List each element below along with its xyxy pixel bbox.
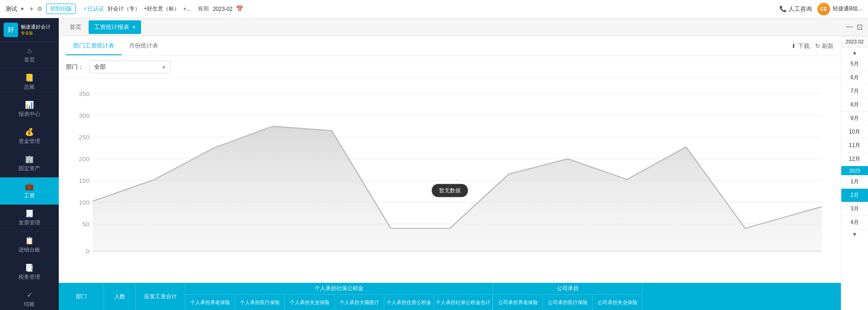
sidebar-item-funds[interactable]: 💰资金管理: [0, 123, 59, 150]
th-personal-housing: 个人承担住房公积金: [384, 295, 434, 310]
sidebar-label-tax: 税务管理: [19, 273, 40, 281]
right-panel-month-6月[interactable]: 6月: [841, 71, 868, 85]
svg-text:0: 0: [86, 248, 90, 254]
table-header: 部门 人数 应发工资合计 个人承担社保公积金: [59, 283, 841, 310]
chart-svg: 350 300 250 200 150 100 50 0: [66, 83, 834, 278]
header-dropdown-icon[interactable]: ▾: [21, 5, 24, 12]
svg-text:50: 50: [82, 221, 90, 227]
right-panel-month-12月[interactable]: 12月: [841, 153, 868, 166]
right-panel-month-4月[interactable]: 4月: [841, 216, 868, 229]
right-panel-month-2月[interactable]: 2月: [841, 189, 868, 202]
sidebar: 好 畅捷通好会计 专业版 ⌂首页📒总账📊报表中心💰资金管理🏢固定资产💼工资🧾发票…: [0, 18, 59, 310]
sidebar-item-checkout[interactable]: ✓结账: [0, 286, 59, 310]
sidebar-item-salary[interactable]: 💼工资: [0, 177, 59, 205]
sidebar-icon-home: ⌂: [27, 47, 32, 55]
chart-container: 350 300 250 200 150 100 50 0: [66, 83, 834, 278]
download-icon: ⬇: [791, 43, 796, 49]
dept-select[interactable]: 全部 ▾: [89, 61, 170, 73]
sidebar-item-invoice[interactable]: 🧾发票管理: [0, 205, 59, 232]
dept-label: 部门：: [66, 63, 84, 71]
right-panel-month-8月[interactable]: 8月: [841, 98, 868, 112]
sub-tabs: 部门工资统计表 月份统计表 ⬇ 下载 ↻ 刷新: [59, 36, 841, 56]
th-personal-medical: 个人承担医疗保险: [235, 295, 285, 310]
top-header: 测试 ▾ + ⚙ 切到旧版 ✓已认证 好会计（专） +好生意（标） +... 账…: [0, 0, 868, 18]
sidebar-label-funds: 资金管理: [19, 138, 40, 145]
sidebar-item-ledger[interactable]: 📒总账: [0, 69, 59, 96]
right-panel-nav-down[interactable]: ▼: [841, 229, 868, 239]
header-consult-btn[interactable]: 📞 人工咨询: [779, 5, 812, 13]
right-panel-month-9月[interactable]: 9月: [841, 112, 868, 125]
th-personal-group: 个人承担社保公积金: [185, 283, 493, 295]
sidebar-label-invoice: 发票管理: [19, 219, 40, 227]
sidebar-item-home[interactable]: ⌂首页: [0, 42, 59, 69]
right-panel-month-11月[interactable]: 11月: [841, 139, 868, 153]
sidebar-label-assets: 固定资产: [19, 165, 40, 172]
right-panel-month-3月[interactable]: 3月: [841, 202, 868, 216]
tab-salary-report[interactable]: 工资统计报表 ×: [89, 20, 141, 34]
toolbar-left: 部门： 全部 ▾: [66, 61, 170, 73]
header-good-accounting: 好会计（专）: [108, 5, 140, 13]
right-panel-month-10月[interactable]: 10月: [841, 125, 868, 139]
sidebar-item-sales[interactable]: 📋进销台账: [0, 232, 59, 259]
svg-text:300: 300: [79, 112, 90, 119]
header-add-btn[interactable]: +: [29, 5, 33, 13]
right-panel-month-7月[interactable]: 7月: [841, 85, 868, 98]
header-period-label: 账期: [198, 5, 209, 13]
tab-bar: 首页 工资统计报表 × — ⊡: [59, 18, 868, 36]
th-personal-cells: 个人承担养老保险 个人承担医疗保险 个人承担失业保险 个人承担大额医疗: [185, 295, 493, 310]
right-panel-month-1月[interactable]: 1月: [841, 175, 868, 189]
header-test-name: 测试: [5, 5, 17, 13]
header-certified: ✓已认证: [83, 5, 104, 13]
header-period-value: 2023-02: [212, 6, 232, 12]
user-label: 轻捷通B组...: [833, 5, 863, 13]
right-panel-month-5月[interactable]: 5月: [841, 57, 868, 71]
sidebar-icon-funds: 💰: [25, 128, 34, 136]
right-panel: 2023.02 ▲ 5月6月7月8月9月10月11月12月 2023 1月2月3…: [841, 36, 868, 310]
dept-toolbar: 部门： 全部 ▾: [59, 56, 841, 78]
sidebar-item-reports[interactable]: 📊报表中心: [0, 96, 59, 123]
sidebar-label-checkout: 结账: [24, 300, 35, 308]
right-panel-nav-up[interactable]: ▲: [841, 48, 868, 57]
sidebar-icon-checkout: ✓: [27, 291, 33, 299]
th-personal-total: 个人承担社保公积金合计: [434, 295, 493, 310]
sidebar-logo: 好 畅捷通好会计 专业版: [0, 18, 59, 42]
sub-tab-dept[interactable]: 部门工资统计表: [66, 37, 122, 55]
window-minimize-btn[interactable]: —: [846, 23, 853, 31]
tab-home[interactable]: 首页: [64, 20, 87, 34]
header-calendar-icon[interactable]: 📅: [236, 5, 243, 12]
user-avatar: CE: [817, 3, 830, 15]
th-gross-salary: 应发工资合计: [136, 283, 185, 310]
download-btn[interactable]: ⬇ 下载: [791, 42, 810, 50]
svg-marker-16: [93, 126, 822, 251]
svg-text:350: 350: [79, 91, 90, 97]
header-user-btn[interactable]: CE 轻捷通B组...: [817, 3, 863, 15]
sidebar-icon-reports: 📊: [25, 100, 34, 109]
sidebar-item-assets[interactable]: 🏢固定资产: [0, 150, 59, 177]
sidebar-icon-invoice: 🧾: [25, 209, 34, 218]
header-old-btn[interactable]: 切到旧版: [46, 4, 76, 14]
content-area: 首页 工资统计报表 × — ⊡ 部门工资统计表 月份统计表: [59, 18, 868, 310]
sidebar-icon-tax: 📑: [25, 263, 34, 272]
th-company-pension: 公司承担养老保险: [493, 295, 543, 310]
sidebar-icon-assets: 🏢: [25, 155, 34, 163]
refresh-icon: ↻: [815, 43, 820, 49]
sidebar-item-tax[interactable]: 📑税务管理: [0, 259, 59, 286]
window-maximize-btn[interactable]: ⊡: [857, 23, 863, 31]
th-personal-pension: 个人承担养老保险: [185, 295, 235, 310]
right-panel-year-2023[interactable]: 2023: [841, 166, 868, 175]
svg-text:200: 200: [79, 156, 90, 162]
header-more: +...: [183, 6, 191, 12]
th-people: 人数: [104, 283, 136, 310]
th-personal-large-medical: 个人承担大额医疗: [335, 295, 384, 310]
sidebar-label-home: 首页: [24, 56, 35, 64]
sidebar-label-reports: 报表中心: [19, 110, 40, 118]
chart-area: 350 300 250 200 150 100 50 0: [59, 78, 841, 283]
header-gear-btn[interactable]: ⚙: [37, 5, 42, 12]
header-good-biz: +好生意（标）: [144, 5, 179, 13]
sub-tab-monthly[interactable]: 月份统计表: [122, 37, 165, 55]
prev-months: 5月6月7月8月9月10月11月12月: [841, 57, 868, 166]
tab-close-icon[interactable]: ×: [132, 24, 136, 31]
th-company-group: 公司承担 公司承担养老保险 公司承担医疗保险 公司承担失业保险: [493, 283, 642, 310]
refresh-btn[interactable]: ↻ 刷新: [815, 42, 834, 50]
sidebar-items: ⌂首页📒总账📊报表中心💰资金管理🏢固定资产💼工资🧾发票管理📋进销台账📑税务管理✓…: [0, 42, 59, 310]
